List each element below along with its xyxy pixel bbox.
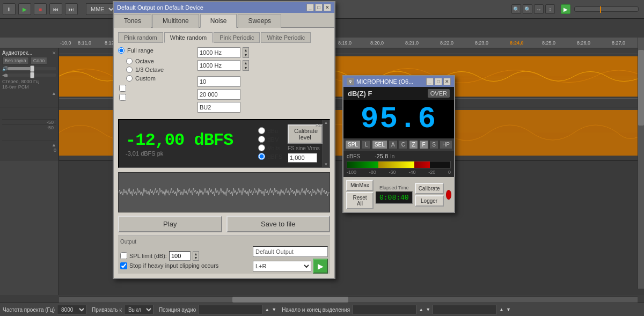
freq-down-2[interactable]: ▼ bbox=[244, 66, 248, 70]
pan-slider-1[interactable] bbox=[8, 74, 56, 77]
radio-dbu-input[interactable] bbox=[258, 127, 265, 134]
vu-maximize-btn[interactable]: □ bbox=[435, 78, 442, 85]
snap-select[interactable]: Выкл bbox=[124, 305, 153, 314]
audio-pos-scroll-down[interactable]: ▼ bbox=[272, 307, 276, 312]
pause-btn[interactable]: ⏸ bbox=[3, 3, 16, 15]
audio-pos-input[interactable]: 00 h 08 m 23.936 s bbox=[198, 305, 262, 314]
vu-minimize-btn[interactable]: _ bbox=[426, 78, 434, 85]
h-scrollbar[interactable] bbox=[59, 296, 638, 303]
octave-radio-1[interactable] bbox=[126, 67, 133, 73]
vu-close-btn[interactable]: ✕ bbox=[443, 78, 451, 85]
level-scrollbar[interactable]: ▲ ▼ bbox=[323, 120, 329, 167]
spl-down[interactable]: ▼ bbox=[194, 256, 197, 260]
minmax-group: MinMax Reset All bbox=[346, 180, 374, 209]
device-select[interactable]: MME bbox=[86, 3, 116, 15]
spl-btn-s[interactable]: S bbox=[429, 140, 438, 149]
minmax-btn[interactable]: MinMax bbox=[346, 180, 374, 191]
freq-input-2[interactable] bbox=[197, 60, 240, 71]
tab-tones[interactable]: Tones bbox=[114, 14, 151, 28]
vol-handle-1[interactable] bbox=[30, 65, 34, 72]
project-rate-select[interactable]: 8000 bbox=[57, 305, 86, 314]
track1-solo[interactable]: Соло bbox=[31, 57, 48, 64]
level-scroll-down[interactable]: ▼ bbox=[323, 162, 329, 167]
sel-end-scroll-down[interactable]: ▼ bbox=[506, 307, 511, 312]
spl-up[interactable]: ▲ bbox=[194, 252, 197, 256]
spl-scroll[interactable]: ▲ ▼ bbox=[193, 251, 199, 261]
daw-play-btn[interactable]: ▶ bbox=[561, 4, 570, 14]
spl-btn-f[interactable]: F bbox=[419, 140, 428, 149]
field-input-1[interactable] bbox=[197, 76, 240, 87]
tab-multitone[interactable]: Multitone bbox=[152, 14, 199, 28]
track1-collapse[interactable]: ▲ bbox=[52, 91, 56, 96]
freq-up-1[interactable]: ▲ bbox=[244, 48, 248, 52]
radio-volts-input[interactable] bbox=[258, 144, 265, 151]
spl-limit-input[interactable] bbox=[169, 251, 191, 261]
v-scrollbar-thumb[interactable] bbox=[638, 50, 644, 125]
default-output-input[interactable] bbox=[253, 246, 328, 257]
spl-btn-a[interactable]: A bbox=[389, 140, 398, 149]
tab-noise[interactable]: Noise bbox=[200, 14, 237, 28]
forward-btn[interactable]: ⏭ bbox=[65, 3, 78, 15]
track1-mute[interactable]: Без звука bbox=[2, 57, 29, 64]
spl-limit-checkbox[interactable] bbox=[120, 252, 127, 259]
fit-btn[interactable]: ↔ bbox=[534, 4, 544, 14]
stop-btn[interactable]: ■ bbox=[34, 3, 47, 15]
zoom-in-btn[interactable]: 🔍 bbox=[511, 4, 521, 14]
radio-dbfs-input[interactable] bbox=[258, 153, 265, 160]
spl-btn-spl[interactable]: SPL bbox=[345, 140, 361, 149]
field-input-3[interactable] bbox=[197, 102, 240, 113]
tab-sweeps[interactable]: Sweeps bbox=[238, 14, 281, 28]
field-input-2[interactable] bbox=[197, 89, 240, 100]
calibrate-logger-btn[interactable]: Calibrate bbox=[415, 183, 444, 194]
sel-end-scroll-up[interactable]: ▲ bbox=[499, 307, 504, 312]
sub-tab-white-random[interactable]: White random bbox=[164, 32, 213, 43]
v-scrollbar[interactable] bbox=[638, 38, 644, 289]
level-scroll-up[interactable]: ▲ bbox=[323, 120, 329, 125]
reset-all-btn[interactable]: Reset All bbox=[346, 192, 374, 209]
tone-maximize-btn[interactable]: □ bbox=[315, 4, 323, 11]
volume-slider-1[interactable] bbox=[8, 67, 56, 70]
sel-start-scroll-up[interactable]: ▲ bbox=[419, 307, 423, 312]
spl-btn-c[interactable]: C bbox=[399, 140, 408, 149]
freq-scroll-1[interactable]: ▲ ▼ bbox=[243, 47, 249, 58]
checkbox-2[interactable] bbox=[119, 94, 126, 101]
channel-select[interactable]: L+R bbox=[253, 261, 311, 271]
track2-collapse[interactable]: ▲ bbox=[52, 142, 56, 148]
octave-radio-0[interactable] bbox=[126, 58, 133, 64]
fs-sine-input[interactable] bbox=[288, 153, 317, 163]
output-play-btn[interactable]: ▶ bbox=[313, 259, 328, 274]
freq-down-1[interactable]: ▼ bbox=[244, 53, 248, 57]
full-range-radio[interactable] bbox=[118, 47, 125, 54]
play-button[interactable]: Play bbox=[118, 216, 222, 232]
spl-btn-sel[interactable]: SEL bbox=[372, 140, 387, 149]
selection-end-input[interactable]: 00 h 00 m 00.000 s bbox=[433, 305, 497, 314]
save-button[interactable]: Save to file bbox=[226, 216, 331, 232]
audio-pos-scroll-up[interactable]: ▲ bbox=[265, 307, 269, 312]
logger-btn[interactable]: Logger bbox=[415, 195, 444, 207]
freq-up-2[interactable]: ▲ bbox=[244, 61, 248, 65]
stop-clipping-checkbox[interactable] bbox=[120, 262, 127, 269]
pan-icon: ◀▶ bbox=[2, 72, 6, 78]
octave-radio-2[interactable] bbox=[126, 75, 133, 82]
checkbox-1[interactable] bbox=[119, 85, 126, 92]
rewind-btn[interactable]: ⏮ bbox=[49, 3, 62, 15]
spl-btn-l[interactable]: L bbox=[362, 140, 371, 149]
h-scrollbar-thumb[interactable] bbox=[232, 297, 348, 303]
fit-v-btn[interactable]: ↕ bbox=[545, 4, 555, 14]
track1-close[interactable]: ✕ bbox=[52, 50, 56, 56]
tone-minimize-btn[interactable]: _ bbox=[306, 4, 314, 11]
selection-start-input[interactable]: 00 h 00 m 00.000 s bbox=[352, 305, 416, 314]
zoom-out-btn[interactable]: 🔍 bbox=[523, 4, 532, 14]
sel-start-scroll-down[interactable]: ▼ bbox=[426, 307, 430, 312]
play-btn[interactable]: ▶ bbox=[18, 3, 31, 15]
sub-tab-white-periodic[interactable]: White Periodic bbox=[261, 32, 311, 43]
freq-scroll-2[interactable]: ▲ ▼ bbox=[243, 60, 249, 71]
radio-dbv-input[interactable] bbox=[258, 136, 265, 143]
pan-handle-1[interactable] bbox=[30, 72, 34, 78]
spl-btn-z[interactable]: Z bbox=[409, 140, 418, 149]
sub-tab-pink-periodic[interactable]: Pink Periodic bbox=[214, 32, 260, 43]
tone-close-btn[interactable]: ✕ bbox=[324, 4, 331, 11]
sub-tab-pink-random[interactable]: Pink random bbox=[118, 32, 163, 43]
spl-btn-hp[interactable]: HP bbox=[440, 140, 452, 149]
freq-input-1[interactable] bbox=[197, 47, 240, 58]
